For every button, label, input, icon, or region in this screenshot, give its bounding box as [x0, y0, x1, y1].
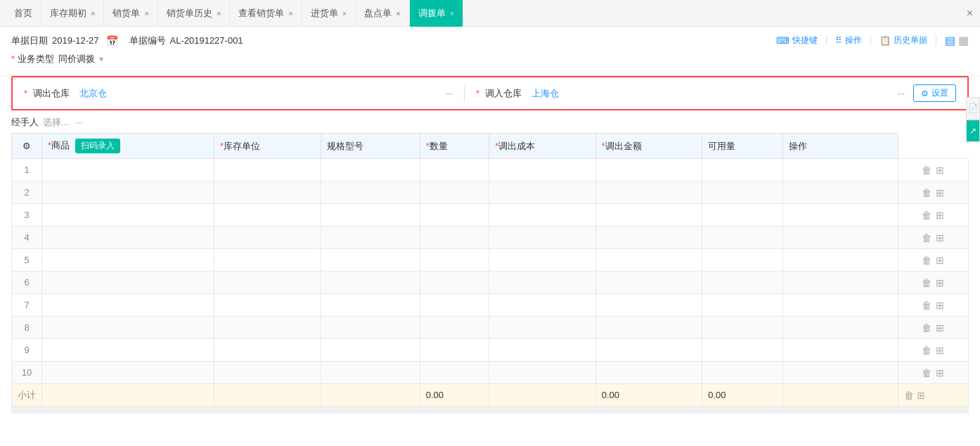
data-cell[interactable] [489, 317, 596, 339]
data-cell[interactable] [595, 159, 702, 181]
data-cell[interactable] [595, 204, 702, 227]
data-cell[interactable] [42, 339, 214, 362]
delete-row-icon[interactable]: 🗑 [922, 165, 931, 176]
settings-button[interactable]: ⚙ 设置 [913, 84, 956, 102]
data-cell[interactable] [702, 272, 783, 294]
data-cell[interactable] [702, 317, 783, 339]
data-cell[interactable] [214, 294, 321, 317]
data-cell[interactable] [702, 181, 783, 204]
tab-close-purchase-order[interactable]: × [342, 9, 347, 18]
data-cell[interactable] [321, 294, 420, 317]
copy-row-icon[interactable]: ⊞ [936, 255, 944, 266]
tab-home[interactable]: 首页 [6, 0, 41, 27]
gear-icon[interactable]: ⚙ [22, 141, 31, 151]
data-cell[interactable] [489, 362, 596, 384]
data-cell[interactable] [782, 272, 898, 294]
data-cell[interactable] [214, 272, 321, 294]
tab-sales-order[interactable]: 销货单 × [104, 0, 157, 27]
data-cell[interactable] [489, 181, 596, 204]
delete-row-icon[interactable]: 🗑 [922, 322, 931, 333]
delete-icon[interactable]: 🗑 [904, 390, 914, 401]
right-doc-icon[interactable]: 📄 [966, 97, 980, 120]
shortcuts-button[interactable]: ⌨ 快捷键 [776, 34, 818, 46]
tab-bar-close-button[interactable]: × [967, 7, 973, 20]
data-cell[interactable] [782, 362, 898, 384]
data-cell[interactable] [489, 204, 596, 227]
warehouse-in-value[interactable]: 上海仓 [531, 87, 559, 100]
data-cell[interactable] [595, 249, 702, 272]
data-cell[interactable] [489, 159, 596, 181]
copy-row-icon[interactable]: ⊞ [936, 187, 944, 198]
warehouse-out-value[interactable]: 北京仓 [79, 87, 107, 100]
copy-row-icon[interactable]: ⊞ [936, 345, 944, 356]
layout1-icon[interactable]: ▤ [945, 34, 955, 47]
tab-sales-history[interactable]: 销货单历史 × [158, 0, 230, 27]
data-cell[interactable] [782, 294, 898, 317]
data-cell[interactable] [702, 362, 783, 384]
data-cell[interactable] [321, 317, 420, 339]
copy-row-icon[interactable]: ⊞ [936, 300, 944, 311]
data-cell[interactable] [782, 339, 898, 362]
copy-row-icon[interactable]: ⊞ [936, 210, 944, 221]
copy-row-icon[interactable]: ⊞ [936, 367, 944, 378]
tab-close-stocktake[interactable]: × [396, 9, 400, 18]
data-cell[interactable] [420, 249, 489, 272]
copy-row-icon[interactable]: ⊞ [936, 165, 944, 176]
tab-transfer[interactable]: 调拨单 × [410, 0, 463, 27]
data-cell[interactable] [214, 362, 321, 384]
tab-purchase-order[interactable]: 进货单 × [302, 0, 356, 27]
data-cell[interactable] [42, 181, 214, 204]
data-cell[interactable] [321, 181, 420, 204]
data-cell[interactable] [214, 249, 321, 272]
copy-row-icon[interactable]: ⊞ [936, 232, 944, 243]
data-cell[interactable] [214, 227, 321, 249]
data-cell[interactable] [595, 227, 702, 249]
data-cell[interactable] [420, 181, 489, 204]
data-cell[interactable] [595, 181, 702, 204]
handler-more[interactable]: ··· [76, 117, 83, 127]
data-cell[interactable] [321, 249, 420, 272]
data-cell[interactable] [420, 294, 489, 317]
data-cell[interactable] [782, 181, 898, 204]
data-cell[interactable] [42, 317, 214, 339]
data-cell[interactable] [782, 159, 898, 181]
data-cell[interactable] [489, 339, 596, 362]
data-cell[interactable] [489, 294, 596, 317]
data-cell[interactable] [420, 272, 489, 294]
history-button[interactable]: 📋 历史单据 [879, 34, 927, 46]
data-cell[interactable] [702, 204, 783, 227]
date-value[interactable]: 2019-12-27 [52, 35, 99, 46]
data-cell[interactable] [595, 272, 702, 294]
data-cell[interactable] [420, 159, 489, 181]
data-cell[interactable] [420, 339, 489, 362]
delete-row-icon[interactable]: 🗑 [922, 187, 931, 198]
data-cell[interactable] [42, 249, 214, 272]
data-cell[interactable] [489, 227, 596, 249]
delete-row-icon[interactable]: 🗑 [922, 300, 931, 311]
data-cell[interactable] [489, 272, 596, 294]
data-cell[interactable] [42, 227, 214, 249]
tab-inventory-init[interactable]: 库存期初 × [41, 0, 104, 27]
data-cell[interactable] [420, 317, 489, 339]
data-cell[interactable] [420, 227, 489, 249]
tab-close-sales-order[interactable]: × [144, 9, 148, 18]
data-cell[interactable] [321, 362, 420, 384]
data-cell[interactable] [214, 159, 321, 181]
horizontal-scrollbar[interactable] [11, 407, 969, 414]
operations-button[interactable]: ⠿ 操作 [835, 34, 862, 46]
data-cell[interactable] [420, 362, 489, 384]
data-cell[interactable] [595, 294, 702, 317]
warehouse-out-more[interactable]: ··· [446, 89, 453, 98]
data-cell[interactable] [782, 204, 898, 227]
delete-row-icon[interactable]: 🗑 [922, 345, 931, 356]
data-cell[interactable] [489, 249, 596, 272]
right-expand-icon[interactable]: ↗ [966, 120, 980, 142]
delete-row-icon[interactable]: 🗑 [922, 232, 931, 243]
copy-row-icon[interactable]: ⊞ [936, 322, 944, 333]
data-cell[interactable] [42, 294, 214, 317]
copy-row-icon[interactable]: ⊞ [936, 277, 944, 288]
doc-value[interactable]: AL-20191227-001 [170, 35, 243, 46]
warehouse-in-more[interactable]: ··· [898, 89, 905, 98]
data-cell[interactable] [595, 362, 702, 384]
data-cell[interactable] [321, 159, 420, 181]
